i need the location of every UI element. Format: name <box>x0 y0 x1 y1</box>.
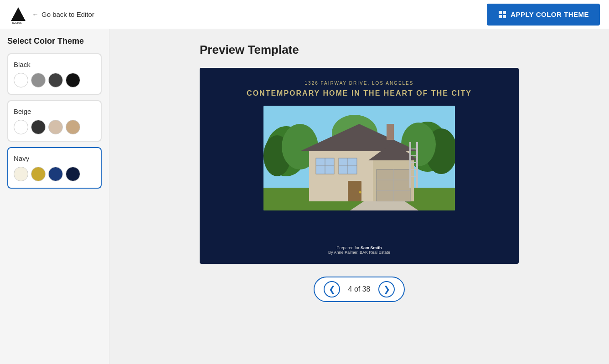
theme-swatches-black <box>14 73 95 87</box>
svg-rect-25 <box>348 181 361 201</box>
swatch-darkgray <box>48 73 63 87</box>
theme-name-navy: Navy <box>14 154 95 162</box>
theme-card-black[interactable]: Black <box>7 53 102 95</box>
swatch-navy-mid <box>48 167 63 181</box>
sidebar: Select Color Theme Black Beige Navy <box>0 29 109 364</box>
theme-swatches-beige <box>14 120 95 134</box>
svg-text:access: access <box>12 21 22 24</box>
slide-address: 1326 FAIRWAY DRIVE, LOS ANGELES <box>305 81 414 86</box>
swatch-dark-2 <box>31 120 46 134</box>
swatch-beige-dark <box>66 120 80 134</box>
swatch-navy-dark <box>66 167 80 181</box>
swatch-white-2 <box>14 120 28 134</box>
swatch-beige-light <box>48 120 63 134</box>
theme-card-navy[interactable]: Navy <box>7 147 102 189</box>
theme-name-beige: Beige <box>14 108 95 115</box>
main-layout: Select Color Theme Black Beige Navy <box>0 29 609 364</box>
apply-color-theme-button[interactable]: APPLY COLOR THEME <box>487 4 600 26</box>
prepared-for-label: Prepared for <box>336 246 359 250</box>
content-area: Preview Template 1326 FAIRWAY DRIVE, LOS… <box>109 29 609 364</box>
back-arrow-icon: ← <box>32 10 39 18</box>
house-illustration <box>263 106 455 210</box>
prev-page-button[interactable]: ❮ <box>324 281 340 297</box>
prev-arrow-icon: ❮ <box>329 284 335 294</box>
sidebar-title: Select Color Theme <box>7 36 102 46</box>
svg-rect-2 <box>499 11 502 14</box>
next-page-button[interactable]: ❯ <box>378 281 395 297</box>
access-logo: access <box>9 5 27 24</box>
svg-point-26 <box>359 191 361 194</box>
theme-swatches-navy <box>14 167 95 181</box>
header-left: access ← Go back to Editor <box>9 5 94 24</box>
slide-prepared-for: Prepared for Sam Smith <box>328 246 390 250</box>
svg-rect-3 <box>503 11 506 14</box>
apply-button-label: APPLY COLOR THEME <box>511 10 589 18</box>
header: access ← Go back to Editor APPLY COLOR T… <box>0 0 609 29</box>
client-name: Sam Smith <box>361 246 382 250</box>
back-button[interactable]: ← Go back to Editor <box>32 10 94 18</box>
preview-title: Preview Template <box>200 43 299 57</box>
slide-headline: CONTEMPORARY HOME IN THE HEART OF THE CI… <box>247 89 472 97</box>
theme-name-black: Black <box>14 61 95 68</box>
theme-icon <box>498 10 507 19</box>
svg-rect-5 <box>503 15 506 18</box>
page-info: 4 of 38 <box>346 285 373 293</box>
preview-slide: 1326 FAIRWAY DRIVE, LOS ANGELES CONTEMPO… <box>200 68 519 264</box>
slide-image <box>263 106 455 210</box>
swatch-cream <box>14 167 28 181</box>
next-arrow-icon: ❯ <box>383 284 390 294</box>
theme-card-beige[interactable]: Beige <box>7 100 102 142</box>
swatch-gold <box>31 167 46 181</box>
swatch-black <box>66 73 80 87</box>
slide-footer: Prepared for Sam Smith By Anne Palmer, B… <box>328 240 390 255</box>
slide-agent-line: By Anne Palmer, BAK Real Estate <box>328 250 390 255</box>
swatch-white <box>14 73 28 87</box>
swatch-gray <box>31 73 46 87</box>
svg-rect-32 <box>387 124 394 140</box>
pagination: ❮ 4 of 38 ❯ <box>314 277 405 302</box>
back-button-label: Go back to Editor <box>41 10 94 18</box>
svg-rect-4 <box>499 15 502 18</box>
svg-marker-0 <box>11 7 26 21</box>
